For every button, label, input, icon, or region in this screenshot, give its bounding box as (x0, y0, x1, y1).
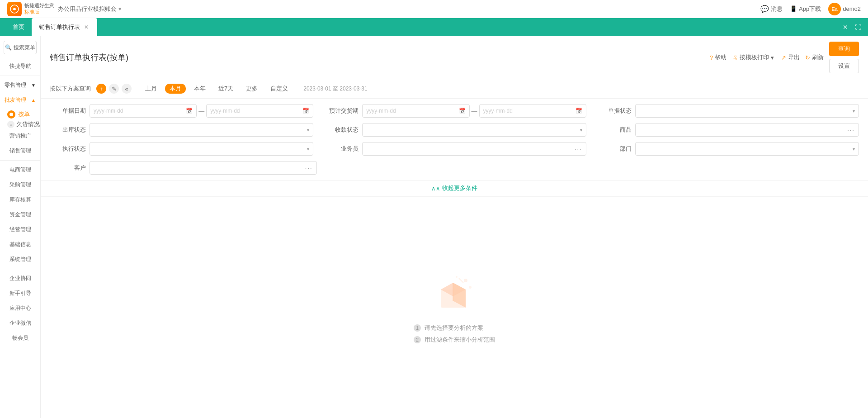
salesperson-more-icon[interactable]: ··· (575, 146, 582, 152)
fullscreen-button[interactable]: ⛶ (854, 23, 863, 32)
sidebar-item-wechat[interactable]: 企业微信 (0, 316, 40, 331)
svg-point-9 (456, 276, 458, 278)
sidebar-divider2 (0, 160, 40, 161)
empty-tips: 1 请先选择要分析的方案 2 用过滤条件来缩小分析范围 (414, 324, 495, 344)
filter-label-payment: 收款状态 (322, 126, 359, 134)
sidebar-item-quicknav[interactable]: 快捷导航 (0, 59, 40, 74)
status-select[interactable]: ▾ (635, 104, 859, 118)
filter-control-goods: ··· (635, 123, 859, 137)
payment-select[interactable]: ▾ (362, 123, 586, 137)
filter-conditions: 单据日期 yyyy-mm-dd 📅 — yyyy-mm-dd 📅 (41, 99, 868, 175)
top-bar-right: 💬 消息 📱 App下载 Ea demo2 (760, 3, 861, 15)
outbound-select[interactable]: ▾ (90, 123, 313, 137)
sidebar-item-apps[interactable]: 应用中心 (0, 301, 40, 316)
export-button[interactable]: ↗ 导出 (781, 53, 800, 62)
calendar-icon-end: 📅 (302, 108, 309, 114)
print-dropdown-arrow[interactable]: ▾ (769, 54, 776, 61)
empty-tip-2: 2 用过滤条件来缩小分析范围 (414, 336, 495, 344)
salesperson-select[interactable]: ··· (362, 142, 586, 156)
date-start-input[interactable]: yyyy-mm-dd 📅 (90, 104, 197, 118)
tab-sales-order[interactable]: 销售订单执行表 ✕ (32, 18, 97, 36)
sidebar-item-member[interactable]: 畅会员 (0, 331, 40, 346)
page-title: 销售订单执行表(按单) (50, 52, 128, 63)
help-button[interactable]: ? 帮助 (710, 53, 726, 62)
print-button[interactable]: 🖨 按模板打印 (732, 53, 769, 62)
sidebar-item-marketing[interactable]: 营销推广 (0, 128, 40, 143)
filter-date-range: yyyy-mm-dd 📅 — yyyy-mm-dd 📅 (90, 104, 313, 118)
outbound-dropdown-arrow: ▾ (307, 128, 309, 133)
tab-bar-actions: ✕ ⛶ (841, 23, 863, 32)
scheme-tab-7days[interactable]: 近7天 (214, 84, 238, 94)
sidebar-group-retail: 零售管理 ▼ (0, 78, 40, 93)
exec-status-select[interactable]: ▾ (90, 142, 313, 156)
sidebar-item-ecommerce[interactable]: 电商管理 (0, 162, 40, 177)
filter-label-status: 单据状态 (595, 107, 632, 115)
page-actions: ? 帮助 🖨 按模板打印 ▾ ↗ 导出 ↻ 刷新 (710, 42, 859, 73)
filter-label-goods: 商品 (595, 126, 632, 134)
filter-label-date: 单据日期 (50, 107, 86, 115)
date-sep-d: — (472, 108, 477, 114)
search-menu-button[interactable]: 🔍 搜索菜单 (4, 41, 37, 54)
goods-select[interactable]: ··· (635, 123, 859, 137)
dept-select[interactable]: ▾ (635, 142, 859, 156)
sidebar-divider (0, 76, 40, 76)
sidebar-sub-order[interactable]: 按单 (0, 108, 40, 120)
delivery-end-input[interactable]: yyyy-mm-dd 📅 (479, 104, 586, 118)
collapse-scheme-button[interactable]: « (122, 84, 132, 94)
sidebar-item-purchase[interactable]: 采购管理 (0, 177, 40, 192)
delivery-start-input[interactable]: yyyy-mm-dd 📅 (362, 104, 469, 118)
empty-illustration (432, 271, 477, 317)
dept-arrow: ▾ (853, 147, 855, 152)
filter-panel: 按以下方案查询 + ✎ « 上月 本月 本年 近7天 更多 自定义 2023-0… (41, 79, 868, 196)
filter-label-exec-status: 执行状态 (50, 145, 86, 153)
filter-row-1: 单据日期 yyyy-mm-dd 📅 — yyyy-mm-dd 📅 (50, 104, 859, 118)
filter-row-3: 执行状态 ▾ 业务员 (50, 142, 859, 156)
scheme-tab-custom[interactable]: 自定义 (266, 84, 292, 94)
sidebar-item-system[interactable]: 系统管理 (0, 252, 40, 267)
scheme-tab-this-year[interactable]: 本年 (189, 84, 210, 94)
sidebar-item-sales[interactable]: 销售管理 (0, 143, 40, 158)
user-profile[interactable]: Ea demo2 (828, 3, 861, 15)
filter-item-status: 单据状态 ▾ (595, 104, 859, 118)
logo-text: 畅捷通好生意 标准版 (24, 3, 54, 14)
filter-control-customer: ··· (90, 161, 317, 175)
scheme-tab-this-month[interactable]: 本月 (165, 84, 186, 94)
customer-more-icon[interactable]: ··· (305, 165, 313, 171)
empty-state: 1 请先选择要分析的方案 2 用过滤条件来缩小分析范围 (41, 197, 868, 418)
customer-select[interactable]: ··· (90, 161, 317, 175)
close-window-button[interactable]: ✕ (841, 23, 850, 32)
reset-button[interactable]: 设置 (829, 59, 859, 73)
tab-home[interactable]: 首页 (5, 18, 32, 36)
sidebar-item-newuser[interactable]: 新手引导 (0, 286, 40, 301)
filter-control-outbound: ▾ (90, 123, 313, 137)
filter-item-customer: 客户 ··· (50, 161, 317, 175)
app-download-button[interactable]: 📱 App下载 (790, 5, 821, 13)
tab-close-icon[interactable]: ✕ (83, 24, 90, 31)
sidebar-sub-debt[interactable]: ○ 欠货情况 (0, 120, 40, 128)
filter-delivery-range: yyyy-mm-dd 📅 — yyyy-mm-dd 📅 (362, 104, 586, 118)
query-reset-buttons: 查询 设置 (829, 42, 859, 73)
collapse-filter-button[interactable]: ∧∧ 收起更多条件 (41, 180, 868, 196)
sidebar-item-basic[interactable]: 基础信息 (0, 237, 40, 252)
sidebar-item-finance[interactable]: 资金管理 (0, 207, 40, 222)
add-scheme-button[interactable]: + (96, 84, 106, 94)
debt-icon: ○ (7, 121, 14, 128)
filter-control-exec-status: ▾ (90, 142, 313, 156)
order-icon (7, 110, 15, 119)
message-button[interactable]: 💬 消息 (760, 5, 783, 13)
sidebar-item-retail[interactable]: 零售管理 ▼ (0, 78, 40, 93)
date-separator: — (198, 108, 204, 114)
sidebar-item-inventory[interactable]: 库存核算 (0, 192, 40, 207)
date-end-input[interactable]: yyyy-mm-dd 📅 (206, 104, 313, 118)
query-button[interactable]: 查询 (829, 42, 859, 56)
refresh-button[interactable]: ↻ 刷新 (805, 53, 824, 62)
goods-more-icon[interactable]: ··· (847, 127, 855, 133)
scheme-tab-last-month[interactable]: 上月 (141, 84, 161, 94)
breadcrumb-arrow-icon[interactable]: ▾ (118, 5, 122, 12)
edit-scheme-button[interactable]: ✎ (109, 84, 119, 94)
sidebar-item-operations[interactable]: 经营管理 (0, 222, 40, 237)
sidebar-item-enterprise[interactable]: 企业协同 (0, 271, 40, 286)
scheme-tab-more[interactable]: 更多 (241, 84, 262, 94)
search-icon: 🔍 (5, 44, 12, 51)
sidebar-item-wholesale[interactable]: 批发管理 ▲ (0, 93, 40, 108)
